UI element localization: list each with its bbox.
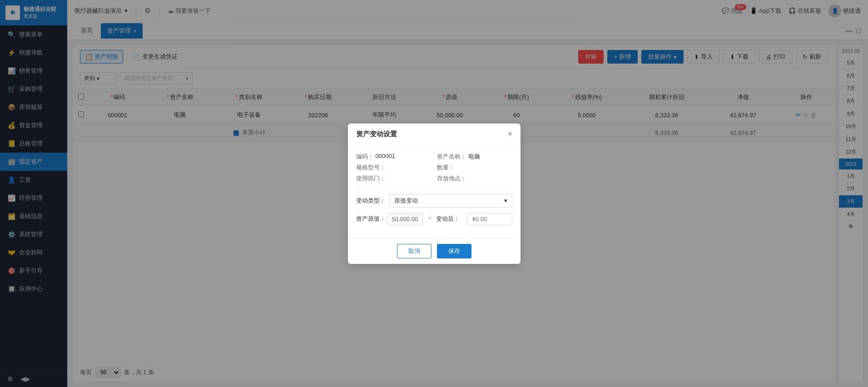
dialog-code-item: 编码： 000001	[356, 153, 432, 161]
dialog-asset-name-value: 电脑	[468, 153, 480, 161]
dialog-overlay: 资产变动设置 × 编码： 000001 资产名称： 电脑 规格型号： 数	[0, 0, 868, 387]
dialog-quantity-label: 数量：	[437, 164, 455, 172]
dialog-asset-name-item: 资产名称： 电脑	[437, 153, 512, 161]
asset-change-dialog: 资产变动设置 × 编码： 000001 资产名称： 电脑 规格型号： 数	[348, 124, 521, 264]
dialog-header: 资产变动设置 ×	[348, 124, 521, 145]
dialog-asset-name-label: 资产名称：	[437, 153, 466, 161]
dialog-change-type-field: 变动类型： 原值变动 ▾	[356, 194, 512, 208]
dialog-after-change-input[interactable]	[467, 213, 512, 225]
required-star: *	[428, 216, 431, 223]
dialog-dept-label: 使用部门：	[356, 174, 386, 183]
dialog-code-value: 000001	[376, 153, 395, 161]
dialog-body: 编码： 000001 资产名称： 电脑 规格型号： 数量： 使用部门：	[348, 145, 521, 238]
dialog-dept-item: 使用部门：	[356, 174, 432, 183]
dialog-original-value-value: 50,000.00	[392, 216, 418, 223]
dialog-value-field: 资产原值： 50,000.00 * 变动后：	[356, 213, 512, 225]
dialog-change-type-label: 变动类型：	[356, 197, 386, 205]
dialog-cancel-button[interactable]: 取消	[397, 244, 432, 258]
dialog-storage-label: 存放地点：	[437, 174, 466, 183]
dialog-original-value-label: 资产原值：	[356, 215, 383, 223]
dialog-close-button[interactable]: ×	[508, 130, 512, 138]
dialog-title: 资产变动设置	[356, 130, 397, 139]
dialog-storage-item: 存放地点：	[437, 174, 512, 183]
dialog-change-type-value: 原值变动	[394, 197, 418, 205]
dialog-after-change-label: 变动后：	[436, 215, 463, 223]
dialog-spec-label: 规格型号：	[356, 164, 386, 172]
dialog-info-grid: 编码： 000001 资产名称： 电脑 规格型号： 数量： 使用部门：	[356, 153, 512, 189]
dialog-original-value-display: 50,000.00	[387, 213, 423, 225]
dialog-change-type-select[interactable]: 原值变动 ▾	[389, 194, 512, 208]
dialog-footer: 取消 保存	[348, 238, 521, 264]
dialog-quantity-item: 数量：	[437, 164, 512, 172]
dialog-code-label: 编码：	[356, 153, 374, 161]
dialog-change-type-dropdown-icon: ▾	[504, 197, 507, 204]
dialog-spec-item: 规格型号：	[356, 164, 432, 172]
dialog-save-button[interactable]: 保存	[437, 244, 471, 258]
